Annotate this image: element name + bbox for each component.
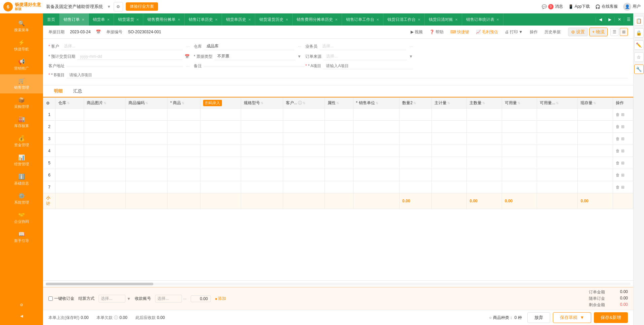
row-cell[interactable] [167,157,200,169]
delivery-calendar-icon[interactable]: 📅 [185,54,190,59]
right-icon-clipboard[interactable]: 📋 [634,16,644,26]
sidebar-item-sales[interactable]: 🛒 销售管理 [0,74,43,93]
tab-sales-expense[interactable]: 销售费用分摊单 ✕ [143,13,185,26]
b-project-input[interactable] [67,72,628,78]
right-icon-lock[interactable]: 🔒 [634,28,644,38]
row-cell[interactable] [325,169,353,181]
row-cell[interactable] [400,121,432,133]
row-cell[interactable] [241,181,283,193]
user-menu[interactable]: 👤 用户 [623,3,641,11]
row-cell[interactable] [200,169,241,181]
row-cell[interactable] [84,121,125,133]
row-cell[interactable] [283,121,325,133]
sidebar-item-guide[interactable]: 📖 新手引导 [0,228,43,247]
row-cell[interactable] [125,181,167,193]
row-cell[interactable] [431,109,466,121]
right-icon-edit[interactable]: ✏️ [634,40,644,50]
row-cell[interactable] [200,145,241,157]
tab-detail[interactable]: 明细 [48,85,68,97]
tab-close-sales-expense[interactable]: ✕ [178,18,180,22]
row-cell[interactable] [431,145,466,157]
tab-close-all-button[interactable]: ✕ [614,17,624,22]
tab-close-sales-order-history[interactable]: ✕ [215,18,218,22]
row-cell[interactable] [167,169,200,181]
tab-sales-order-history[interactable]: 销售订单历史 ✕ [185,13,222,26]
row-cell[interactable] [537,133,578,145]
row-cell[interactable] [241,109,283,121]
tab-close-expense-history[interactable]: ✕ [335,18,338,22]
profit-button[interactable]: 📈 毛利预估 [474,29,500,36]
row-cell[interactable] [125,109,167,121]
copy-row-icon[interactable]: ⊞ [621,173,624,177]
row-cell[interactable] [283,157,325,169]
tab-prev-button[interactable]: ◀ [596,17,605,22]
sidebar-item-finance[interactable]: 💰 资金管理 [0,132,43,151]
sidebar-settings[interactable]: ⚙ [0,299,43,311]
tab-sales-return-history[interactable]: 销货退货历史 ✕ [255,13,293,26]
delete-row-icon[interactable]: 🗑 [616,124,620,129]
tab-close-reconcile[interactable]: ✕ [455,18,458,22]
right-icon-tool[interactable]: 🔧 [634,65,644,74]
sidebar-collapse[interactable]: ◀ [0,311,43,322]
right-icon-star[interactable]: ☆ [634,52,644,62]
th-available[interactable]: 可用量⇅ [502,98,537,109]
row-cell[interactable] [502,157,537,169]
row-cell[interactable] [241,169,283,181]
address-more-icon[interactable]: ··· [186,64,190,69]
a-project-input[interactable] [323,63,413,69]
industry-button[interactable]: 体验行业方案 [126,2,158,11]
print-button[interactable]: 🖨 打印 ▼ [503,29,525,36]
th-qty2[interactable]: 数量2⇅ [400,98,432,109]
address-input[interactable] [67,65,183,67]
row-cell[interactable] [431,169,466,181]
row-cell[interactable] [400,109,432,121]
view-list-button[interactable]: ☰ [610,28,618,36]
calendar-icon[interactable]: 📅 [96,30,101,34]
row-cell[interactable] [125,157,167,169]
row-cell[interactable] [578,121,613,133]
row-cell[interactable] [167,181,200,193]
row-cell[interactable] [467,133,502,145]
sidebar-item-management[interactable]: 📊 经营管理 [0,151,43,170]
tab-workbench[interactable]: 销售订单工作台 ✕ [342,13,383,26]
tab-daily-clear[interactable]: 钱货日清工作台 ✕ [383,13,425,26]
row-cell[interactable] [200,133,241,145]
delete-row-icon[interactable]: 🗑 [616,185,620,190]
online-service-button[interactable]: 🎧 在线客服 [595,4,618,9]
row-cell[interactable] [325,157,353,169]
sidebar-item-enterprise[interactable]: 🤝 企业协同 [0,208,43,228]
row-cell[interactable] [578,181,613,193]
row-cell[interactable] [431,181,466,193]
th-main-qty[interactable]: 主数量⇅ [467,98,502,109]
th-attribute[interactable]: 属性⇅ [325,98,353,109]
tab-reconcile[interactable]: 钱货日清对账 ✕ [425,13,462,26]
row-cell[interactable] [283,169,325,181]
th-warehouse[interactable]: 仓库⇅ [55,98,84,109]
row-cell[interactable] [283,181,325,193]
tab-close-daily-clear[interactable]: ✕ [418,18,420,22]
notes-input[interactable] [204,65,305,67]
row-cell[interactable] [55,157,84,169]
row-cell[interactable] [241,133,283,145]
amount-field[interactable]: 0.00 [191,295,211,302]
row-cell[interactable] [467,121,502,133]
row-cell[interactable] [353,133,400,145]
row-cell[interactable] [283,133,325,145]
row-cell[interactable] [578,145,613,157]
copy-row-icon[interactable]: ⊞ [621,124,624,129]
row-cell[interactable] [200,109,241,121]
row-cell[interactable] [125,121,167,133]
row-cell[interactable] [537,109,578,121]
row-cell[interactable] [353,157,400,169]
notifications-button[interactable]: 💬 9 消息 [542,4,563,9]
save-new-button[interactable]: 保存&新增 [594,312,628,323]
th-sales-unit[interactable]: * 销售单位⇅ [353,98,400,109]
settlement-dropdown-icon[interactable]: ▼ [127,296,131,301]
tab-close-workbench[interactable]: ✕ [376,18,379,22]
th-product-image[interactable]: 商品图片⇅ [84,98,125,109]
copy-row-icon[interactable]: ⊞ [621,112,624,117]
th-current-stock[interactable]: 现存量⇅ [578,98,613,109]
system-dropdown-icon[interactable]: ▼ [107,4,111,9]
tab-close-sales-return[interactable]: ✕ [136,18,139,22]
tab-close-stats[interactable]: ✕ [496,18,499,22]
